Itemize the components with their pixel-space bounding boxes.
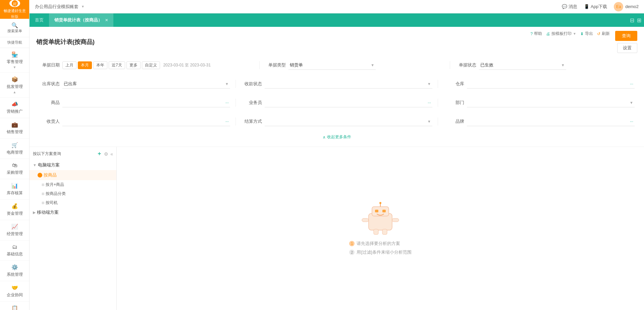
filter-clerk: 业务员 ··· bbox=[238, 96, 435, 109]
left-panel: 按以下方案查询 ＋ ⚙ « ▼ 电脑端方案 按商品 bbox=[30, 147, 117, 310]
date-btn-last-month[interactable]: 上月 bbox=[62, 61, 76, 69]
refresh-link[interactable]: ↺ 刷新 bbox=[597, 31, 610, 37]
sidebar-item-sales[interactable]: 💼 销售管理 bbox=[0, 118, 29, 139]
refresh-label: 刷新 bbox=[602, 31, 610, 37]
collect-status-value-wrapper[interactable]: ▼ bbox=[265, 79, 432, 89]
date-btn-custom[interactable]: 自定义 bbox=[142, 61, 160, 69]
collapse-btn[interactable]: ∧ 收起更多条件 bbox=[323, 132, 351, 142]
sidebar-item-guide[interactable]: 📋 新手引导 bbox=[0, 302, 29, 310]
top-header-right: 💬 消息 📱 App下载 Ea demo2 bbox=[562, 2, 639, 11]
tree-subitem-month-goods-label: 按月+商品 bbox=[46, 182, 64, 188]
sidebar-search[interactable]: 🔍 搜索菜单 bbox=[0, 19, 29, 37]
tree-subitem-goods-category-label: 按商品分类 bbox=[46, 191, 66, 197]
message-label: 消息 bbox=[569, 4, 577, 10]
export-link[interactable]: ⬇ 导出 bbox=[580, 31, 593, 37]
collect-chevron: ▼ bbox=[427, 82, 431, 86]
workspace-name: 办公用品行业模拟账套 bbox=[35, 4, 78, 10]
svg-point-11 bbox=[379, 202, 381, 204]
filter-divider-4 bbox=[438, 80, 438, 88]
query-button[interactable]: 查询 bbox=[615, 31, 637, 41]
tip-num-2: 2 bbox=[349, 250, 355, 255]
status-label: 单据状态 bbox=[455, 62, 479, 68]
clerk-more-icon[interactable]: ··· bbox=[428, 100, 431, 105]
left-panel-add-btn[interactable]: ＋ bbox=[97, 150, 102, 157]
settle-value-wrapper[interactable]: ▼ bbox=[265, 117, 432, 126]
left-panel-settings-btn[interactable]: ⚙ bbox=[104, 151, 108, 157]
tab-close-btn[interactable]: ✕ bbox=[105, 18, 108, 22]
tree-mobile-header[interactable]: ▶ 移动端方案 bbox=[30, 207, 116, 217]
sidebar-item-finance[interactable]: 💰 资金管理 bbox=[0, 200, 29, 220]
svg-text:好: 好 bbox=[13, 2, 16, 6]
goods-more-icon[interactable]: ··· bbox=[225, 100, 229, 105]
type-value-wrapper[interactable]: 销货单 ▼ bbox=[288, 60, 376, 70]
filter-divider-8 bbox=[438, 117, 438, 125]
app-logo: 好 畅捷通好生意 标版 bbox=[0, 0, 30, 19]
brand-value-wrapper[interactable]: ··· bbox=[467, 117, 635, 126]
empty-tip-2: 2 用[过滤]条件来缩小分析范围 bbox=[349, 249, 411, 255]
settings-button[interactable]: 设置 bbox=[617, 43, 637, 53]
filter-row-3: 商品 ··· 业务员 ··· 部门 bbox=[36, 93, 637, 112]
out-status-label: 出库状态 bbox=[39, 81, 62, 87]
app-title: 畅捷通好生意 bbox=[4, 8, 26, 13]
sidebar-item-retail[interactable]: 🏪 零售管理 ▼ bbox=[0, 48, 29, 73]
dept-value-wrapper[interactable]: ▼ bbox=[467, 98, 635, 107]
sidebar-label-operation: 经营管理 bbox=[7, 231, 23, 237]
sidebar-label-basic: 基础信息 bbox=[7, 251, 23, 257]
sidebar-item-purchase[interactable]: 🛍 采购管理 bbox=[0, 159, 29, 179]
sidebar-item-operation[interactable]: 📈 经营管理 bbox=[0, 220, 29, 241]
app-download-label: App下载 bbox=[591, 4, 607, 10]
system-icon: ⚙️ bbox=[11, 264, 18, 270]
date-btn-more[interactable]: 更多 bbox=[126, 61, 141, 69]
message-btn[interactable]: 💬 消息 bbox=[562, 4, 577, 10]
tree-item-by-goods[interactable]: 按商品 bbox=[30, 170, 116, 180]
tab-stats[interactable]: 销货单统计表（按商品） ✕ bbox=[49, 13, 113, 27]
brand-more-icon[interactable]: ··· bbox=[630, 119, 633, 124]
sidebar-label-ecommerce: 电商管理 bbox=[7, 150, 23, 155]
date-btn-this-year[interactable]: 本年 bbox=[93, 61, 107, 69]
sidebar-label-inventory: 库存核算 bbox=[7, 190, 23, 196]
receiver-value-wrapper[interactable]: ··· bbox=[62, 117, 230, 126]
tree-subitem-driver[interactable]: ⊞ 按司机 bbox=[30, 198, 116, 207]
help-link[interactable]: ? 帮助 bbox=[530, 31, 542, 37]
workspace-selector[interactable]: 办公用品行业模拟账套 ▼ bbox=[35, 4, 85, 10]
tab-minimize-btn[interactable]: ⊟ bbox=[630, 17, 634, 23]
wholesale-icon: 📦 bbox=[11, 76, 18, 83]
left-panel-actions: ＋ ⚙ « bbox=[97, 150, 113, 157]
receiver-more-icon[interactable]: ··· bbox=[225, 119, 229, 124]
download-icon: 📱 bbox=[584, 4, 589, 9]
tab-home[interactable]: 首页 bbox=[30, 13, 49, 27]
sidebar-item-inventory[interactable]: 📊 库存核算 bbox=[0, 179, 29, 200]
status-value-wrapper[interactable]: 已生效 ▼ bbox=[479, 60, 566, 70]
tree-desktop-section: ▼ 电脑端方案 按商品 ⊞ 按月+商品 ⊞ 按商品分类 bbox=[30, 160, 116, 207]
left-panel-collapse-btn[interactable]: « bbox=[110, 151, 113, 157]
dept-chevron: ▼ bbox=[630, 101, 633, 105]
app-download-btn[interactable]: 📱 App下载 bbox=[584, 4, 607, 10]
goods-value-wrapper[interactable]: ··· bbox=[62, 98, 230, 107]
sidebar-item-system[interactable]: ⚙️ 系统管理 bbox=[0, 261, 29, 281]
sidebar-item-marketing[interactable]: 📣 营销推广 bbox=[0, 98, 29, 118]
date-btn-7days[interactable]: 近7天 bbox=[109, 61, 125, 69]
status-chevron-icon: ▼ bbox=[561, 63, 565, 67]
print-link[interactable]: 🖨 按模板打印 ▼ bbox=[546, 31, 576, 37]
sidebar-item-wholesale[interactable]: 📦 批发管理 ▲ bbox=[0, 73, 29, 98]
tree-subitem-month-goods[interactable]: ⊞ 按月+商品 bbox=[30, 180, 116, 189]
tab-maximize-btn[interactable]: ⊞ bbox=[637, 17, 641, 23]
date-btn-this-month[interactable]: 本月 bbox=[78, 61, 92, 69]
filter-type: 单据类型 销货单 ▼ bbox=[262, 58, 447, 72]
svg-rect-7 bbox=[392, 218, 399, 222]
filter-row-1: 单据日期 上月 本月 本年 近7天 更多 自定义 2023-03-01 至 20… bbox=[36, 56, 637, 74]
type-label: 单据类型 bbox=[265, 62, 288, 68]
sidebar-item-ecommerce[interactable]: 🛒 电商管理 bbox=[0, 139, 29, 159]
warehouse-more-icon[interactable]: ··· bbox=[630, 82, 633, 86]
sidebar-item-cooperation[interactable]: 🤝 企业协同 bbox=[0, 281, 29, 302]
tree-mobile-expand-icon: ▶ bbox=[33, 210, 36, 215]
user-menu-btn[interactable]: Ea demo2 bbox=[614, 2, 639, 11]
out-status-value-wrapper[interactable]: 已出库 ▼ bbox=[62, 79, 230, 89]
tree-subitem-goods-category[interactable]: ⊞ 按商品分类 bbox=[30, 189, 116, 198]
warehouse-value-wrapper[interactable]: ··· bbox=[467, 79, 635, 89]
sidebar-item-basic[interactable]: 🗂 基础信息 bbox=[0, 241, 29, 261]
tree-desktop-header[interactable]: ▼ 电脑端方案 bbox=[30, 160, 116, 170]
sidebar-label-marketing: 营销推广 bbox=[7, 109, 23, 114]
sidebar-quick-nav[interactable]: 快捷导航 bbox=[0, 37, 29, 48]
clerk-value-wrapper[interactable]: ··· bbox=[265, 98, 432, 107]
